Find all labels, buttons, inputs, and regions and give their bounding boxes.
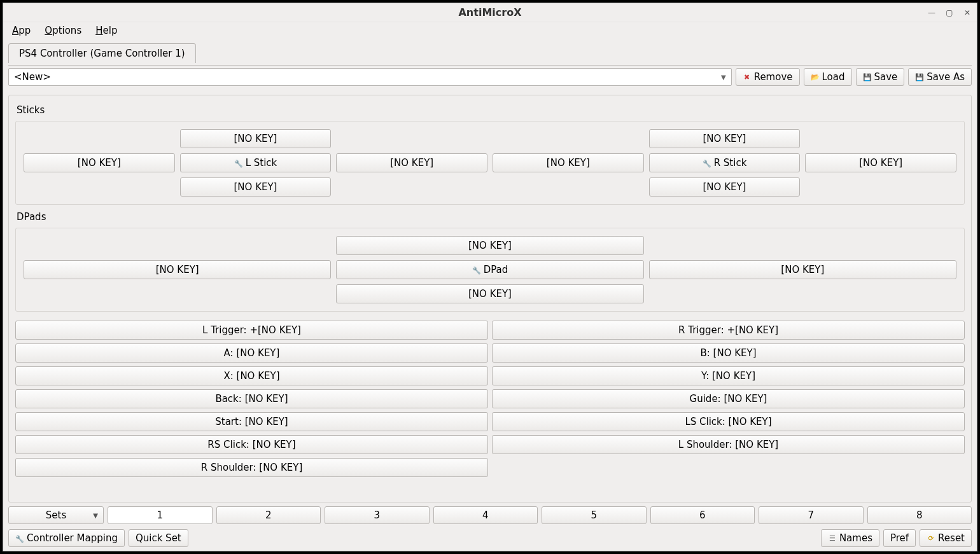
pref-button[interactable]: Pref (883, 529, 916, 547)
close-button[interactable]: ✕ (962, 7, 973, 18)
rstick-up[interactable]: [NO KEY] (649, 129, 801, 148)
lstick-up[interactable]: [NO KEY] (180, 129, 332, 148)
reset-icon: ⟳ (927, 534, 935, 543)
maximize-button[interactable]: ▢ (944, 7, 955, 18)
back-button[interactable]: Back: [NO KEY] (15, 389, 488, 408)
dpad-down[interactable]: [NO KEY] (336, 284, 643, 303)
rsclick-button[interactable]: RS Click: [NO KEY] (15, 435, 488, 454)
save-as-icon: 💾 (915, 73, 924, 81)
menubar: App Options Help (3, 22, 977, 39)
set-8[interactable]: 8 (867, 506, 972, 524)
rstick-center[interactable]: R Stick (649, 153, 801, 172)
dpad-up[interactable]: [NO KEY] (336, 236, 643, 255)
sticks-group: [NO KEY] [NO KEY] [NO KEY] L Stick [NO K… (15, 121, 965, 205)
lstick-center[interactable]: L Stick (180, 153, 332, 172)
dpad-left[interactable]: [NO KEY] (24, 260, 331, 279)
lsclick-button[interactable]: LS Click: [NO KEY] (492, 412, 965, 431)
buttons-grid: L Trigger: +[NO KEY] R Trigger: +[NO KEY… (15, 321, 965, 477)
reset-button[interactable]: ⟳ Reset (920, 529, 972, 547)
profile-selected-value: <New> (14, 71, 51, 83)
lshoulder-button[interactable]: L Shoulder: [NO KEY] (492, 435, 965, 454)
sets-row: Sets ▼ 1 2 3 4 5 6 7 8 (8, 505, 972, 525)
x-button[interactable]: X: [NO KEY] (15, 366, 488, 385)
remove-button[interactable]: ✖ Remove (736, 68, 800, 86)
titlebar: AntiMicroX — ▢ ✕ (3, 3, 977, 22)
quick-set-button[interactable]: Quick Set (129, 529, 188, 547)
save-label: Save (874, 71, 898, 83)
wrench-icon (234, 157, 243, 169)
bottom-toolbar: Controller Mapping Quick Set ☰ Names Pre… (8, 528, 972, 550)
load-label: Load (822, 71, 845, 83)
rshoulder-button[interactable]: R Shoulder: [NO KEY] (15, 458, 488, 477)
quick-set-label: Quick Set (136, 532, 181, 544)
main-panel: Sticks [NO KEY] [NO KEY] [NO KEY] (8, 95, 972, 502)
set-1[interactable]: 1 (108, 506, 213, 524)
rstick-left[interactable]: [NO KEY] (493, 153, 644, 172)
dpads-label: DPads (15, 209, 965, 224)
menu-help[interactable]: Help (92, 24, 121, 38)
chevron-down-icon: ▼ (721, 74, 726, 81)
set-4[interactable]: 4 (433, 506, 538, 524)
load-button[interactable]: 📂 Load (804, 68, 852, 86)
rstick-down[interactable]: [NO KEY] (649, 177, 801, 197)
set-2[interactable]: 2 (216, 506, 321, 524)
tab-controller-1[interactable]: PS4 Controller (Game Controller 1) (8, 43, 196, 63)
tab-controller-label: PS4 Controller (Game Controller 1) (19, 48, 185, 59)
set-6[interactable]: 6 (650, 506, 755, 524)
lstick-right[interactable]: [NO KEY] (336, 153, 487, 172)
sticks-label: Sticks (15, 102, 965, 117)
profile-select[interactable]: <New> ▼ (8, 68, 732, 86)
menu-app[interactable]: App (8, 24, 34, 38)
wrench-icon (15, 532, 24, 544)
list-icon: ☰ (828, 534, 837, 543)
ltrigger-button[interactable]: L Trigger: +[NO KEY] (15, 321, 488, 340)
pref-label: Pref (890, 532, 909, 544)
wrench-icon (472, 264, 481, 275)
lstick-left[interactable]: [NO KEY] (24, 153, 175, 172)
menu-options[interactable]: Options (41, 24, 85, 38)
lstick-down[interactable]: [NO KEY] (180, 177, 332, 197)
guide-button[interactable]: Guide: [NO KEY] (492, 389, 965, 408)
dpads-group: [NO KEY] [NO KEY] DPad [NO KEY] [NO KEY] (15, 228, 965, 312)
start-button[interactable]: Start: [NO KEY] (15, 412, 488, 431)
controller-mapping-label: Controller Mapping (27, 532, 118, 544)
save-as-button[interactable]: 💾 Save As (908, 68, 972, 86)
sets-select[interactable]: Sets ▼ (8, 506, 104, 524)
save-button[interactable]: 💾 Save (856, 68, 905, 86)
controller-mapping-button[interactable]: Controller Mapping (8, 529, 125, 547)
save-icon: 💾 (863, 73, 872, 81)
wrench-icon (703, 157, 711, 169)
names-button[interactable]: ☰ Names (821, 529, 879, 547)
b-button[interactable]: B: [NO KEY] (492, 343, 965, 363)
save-as-label: Save As (927, 71, 965, 83)
reset-label: Reset (938, 532, 965, 544)
dpad-center[interactable]: DPad (336, 260, 643, 279)
set-5[interactable]: 5 (542, 506, 647, 524)
rtrigger-button[interactable]: R Trigger: +[NO KEY] (492, 321, 965, 340)
folder-icon: 📂 (811, 73, 820, 81)
rstick-right[interactable]: [NO KEY] (805, 153, 956, 172)
dpad-right[interactable]: [NO KEY] (649, 260, 956, 279)
names-label: Names (839, 532, 872, 544)
y-button[interactable]: Y: [NO KEY] (492, 366, 965, 385)
sets-label: Sets (46, 509, 66, 521)
window-title: AntiMicroX (3, 6, 977, 18)
minimize-button[interactable]: — (926, 7, 937, 18)
chevron-down-icon: ▼ (93, 512, 98, 519)
remove-icon: ✖ (743, 73, 752, 81)
a-button[interactable]: A: [NO KEY] (15, 343, 488, 363)
set-3[interactable]: 3 (325, 506, 430, 524)
set-7[interactable]: 7 (759, 506, 864, 524)
remove-label: Remove (754, 71, 793, 83)
